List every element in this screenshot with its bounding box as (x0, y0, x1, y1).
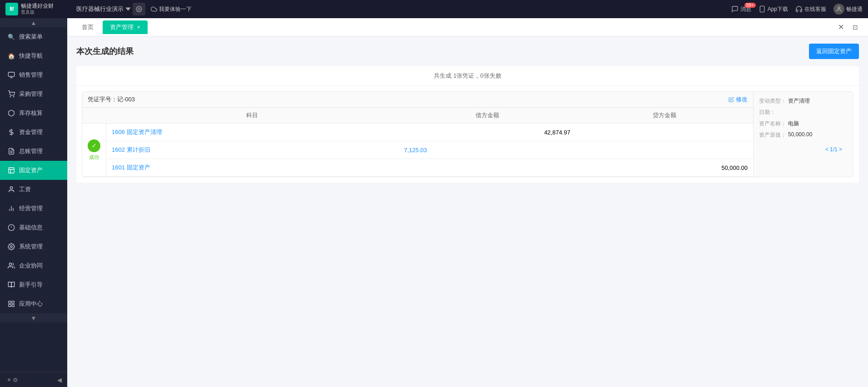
expand-panel-button[interactable]: ⊡ (850, 22, 861, 33)
subject-cell[interactable]: 1601 固定资产 (106, 159, 399, 177)
app-download-button[interactable]: App下载 (759, 5, 788, 13)
cloud-icon (151, 6, 157, 12)
subject-cell[interactable]: 1606 固定资产清理 (106, 124, 399, 141)
sidebar-item-ledger[interactable]: 总账管理 (0, 142, 67, 161)
app-download-label: App下载 (768, 5, 788, 13)
sidebar-item-apps[interactable]: 应用中心 (0, 294, 67, 313)
credit-cell: 50,000.00 (576, 159, 753, 177)
svg-point-0 (138, 8, 140, 10)
debit-cell: 42,874.97 (398, 124, 575, 141)
info-row-asset-name: 资产名称： 电脑 (759, 120, 848, 128)
online-service-button[interactable]: 在线客服 (795, 5, 826, 13)
sidebar-item-salary[interactable]: 工资 (0, 180, 67, 199)
svg-point-7 (10, 96, 10, 97)
credit-cell (576, 124, 753, 141)
experience-button[interactable]: 我要体验一下 (151, 5, 192, 13)
table-row: ✓ 成功 1606 固定资产清理 42,874.97 (82, 124, 753, 141)
phone-icon (759, 5, 766, 13)
building-icon (7, 166, 15, 174)
svg-rect-12 (9, 168, 14, 173)
user-label: 畅捷通 (846, 5, 863, 13)
page-content: 本次生成的结果 返回固定资产 共生成 1张凭证，0张失败 凭证字号：记-003 (67, 36, 868, 387)
sidebar-scroll-down[interactable]: ▼ (0, 313, 67, 322)
edit-button[interactable]: 修改 (729, 95, 748, 104)
sidebar-item-enterprise[interactable]: 企业协同 (0, 256, 67, 275)
svg-rect-4 (8, 72, 14, 76)
asset-name-value: 电脑 (788, 120, 799, 128)
sidebar-item-label: 搜索菜单 (19, 33, 43, 41)
close-panel-button[interactable]: ✕ (835, 22, 846, 33)
edit-label: 修改 (736, 95, 748, 104)
tab-active-label: 资产管理 (110, 24, 134, 30)
sidebar-item-quick-nav[interactable]: 🏠 快捷导航 (0, 46, 67, 65)
status-label: 成功 (88, 154, 100, 161)
date-label: 日期： (759, 109, 775, 116)
sidebar-item-guide[interactable]: 新手引导 (0, 275, 67, 294)
top-header: 财 畅捷通好业财 普及版 医疗器械行业演示 我要体验一下 消 (0, 0, 868, 18)
sidebar-item-label: 基础信息 (19, 223, 43, 232)
enterprise-icon (7, 262, 15, 270)
sidebar-item-operations[interactable]: 经营管理 (0, 199, 67, 218)
sidebar-settings-button[interactable]: ⚙ (5, 376, 18, 383)
chevron-down-icon (125, 6, 131, 12)
edit-icon (729, 97, 734, 102)
tab-close-button[interactable]: × (137, 24, 140, 30)
sidebar: ▲ 🔍 搜索菜单 🏠 快捷导航 销售管理 采购管理 (0, 18, 67, 387)
nav-bar: 医疗器械行业演示 我要体验一下 (73, 3, 731, 15)
settings-icon (5, 376, 13, 383)
credit-cell (576, 141, 753, 159)
asset-name-label: 资产名称： (759, 120, 786, 128)
asset-value-value: 50,000.00 (788, 131, 812, 139)
sidebar-item-inventory[interactable]: 库存核算 (0, 104, 67, 123)
info-row-asset-value: 资产原值： 50,000.00 (759, 131, 848, 139)
brand-sub: 普及版 (21, 9, 54, 15)
sidebar-collapse-button[interactable]: ◀ (57, 377, 62, 383)
change-type-label: 变动类型： (759, 97, 786, 105)
sidebar-scroll-up[interactable]: ▲ (0, 18, 67, 27)
status-cell: ✓ 成功 (82, 124, 106, 177)
content-area: 首页 资产管理 × ✕ ⊡ 本次生成的结果 返回固定资产 共生成 1张凭证，0张… (67, 18, 868, 387)
tab-home-label: 首页 (82, 24, 94, 30)
sidebar-item-fixed-assets[interactable]: 固定资产 (0, 161, 67, 180)
back-to-fixed-assets-button[interactable]: 返回固定资产 (809, 44, 859, 59)
svg-point-13 (10, 187, 12, 189)
tab-asset-management[interactable]: 资产管理 × (103, 20, 148, 34)
sidebar-item-label: 固定资产 (19, 166, 43, 174)
sidebar-item-label: 总账管理 (19, 147, 43, 155)
pagination-text[interactable]: < 1/1 > (825, 146, 842, 153)
voucher-table: 科目 借方金额 贷方金额 ✓ 成功 (82, 108, 753, 177)
gear-icon (136, 6, 142, 12)
sidebar-item-purchase[interactable]: 采购管理 (0, 84, 67, 104)
tab-home[interactable]: 首页 (74, 20, 101, 34)
sidebar-item-search[interactable]: 🔍 搜索菜单 (0, 27, 67, 46)
sidebar-item-sales[interactable]: 销售管理 (0, 65, 67, 84)
table-row: 1602 累计折旧 7,125.03 (82, 141, 753, 159)
subject-cell[interactable]: 1602 累计折旧 (106, 141, 399, 159)
top-right: 消息 99+ App下载 在线客服 畅捷通 (731, 4, 863, 15)
voucher-info-panel: 变动类型： 资产清理 日期： 资产名称： 电脑 资产原值： (753, 92, 853, 177)
sidebar-item-label: 新手引导 (19, 281, 43, 289)
page-header: 本次生成的结果 返回固定资产 (76, 44, 859, 59)
sidebar-item-system[interactable]: 系统管理 (0, 237, 67, 256)
tab-bar: 首页 资产管理 × ✕ ⊡ (67, 18, 868, 36)
settings-icon-button[interactable] (133, 3, 145, 15)
company-selector[interactable]: 医疗器械行业演示 (76, 5, 131, 13)
sidebar-item-basic-info[interactable]: 基础信息 (0, 218, 67, 237)
experience-label: 我要体验一下 (159, 5, 192, 13)
voucher-number: 凭证字号：记-003 (88, 95, 135, 104)
user-menu[interactable]: 畅捷通 (833, 4, 863, 15)
sidebar-item-label: 快捷导航 (19, 52, 43, 60)
inventory-icon (7, 109, 15, 117)
col-debit: 借方金额 (398, 108, 575, 124)
message-badge: 99+ (744, 3, 756, 8)
success-icon: ✓ (88, 139, 100, 152)
message-icon (731, 5, 739, 13)
sidebar-item-label: 工资 (19, 185, 31, 194)
brand-name: 畅捷通好业财 (21, 3, 54, 9)
apps-icon (7, 300, 15, 308)
voucher-main: 凭证字号：记-003 修改 (82, 92, 753, 177)
change-type-value: 资产清理 (788, 97, 810, 105)
asset-value-label: 资产原值： (759, 131, 786, 139)
messages-button[interactable]: 消息 99+ (731, 5, 751, 13)
sidebar-item-funds[interactable]: 资金管理 (0, 123, 67, 142)
